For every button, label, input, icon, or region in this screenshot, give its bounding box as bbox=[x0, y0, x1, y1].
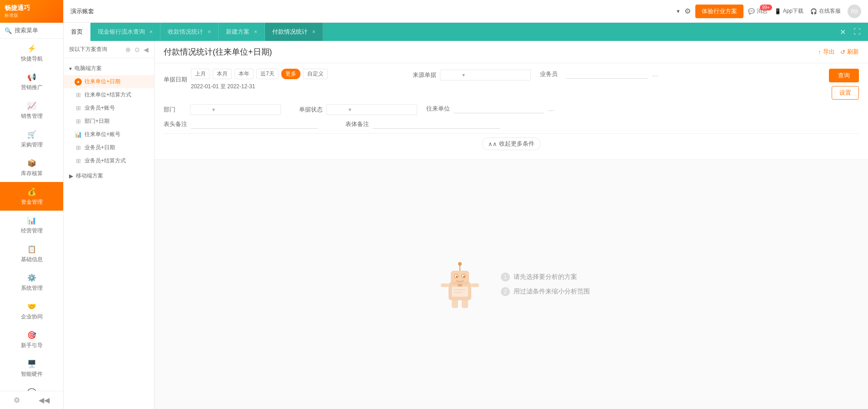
staff-more-icon[interactable]: … bbox=[652, 71, 658, 78]
settings-button[interactable]: 设置 bbox=[832, 86, 859, 100]
scheme-staff-date[interactable]: ⊞ 业务员+日期 bbox=[64, 141, 154, 154]
last-7days-button[interactable]: 近7天 bbox=[256, 69, 279, 79]
scheme-settings-button[interactable]: ⊙ bbox=[135, 46, 140, 53]
tab-receipt-stats[interactable]: 收款情况统计 × bbox=[160, 23, 219, 41]
sidebar-item-marketing[interactable]: 📢 营销推广 bbox=[0, 67, 63, 96]
basic-info-icon: 📋 bbox=[27, 244, 37, 254]
receipt-stats-tab-close[interactable]: × bbox=[208, 29, 211, 35]
close-all-tabs-button[interactable]: ✕ bbox=[837, 26, 848, 38]
sidebar-item-label: 基础信息 bbox=[21, 256, 43, 263]
sidebar-nav: ⚡ 快捷导航 📢 营销推广 📈 销售管理 🛒 采购管理 📦 库存核算 💰 资金管… bbox=[0, 39, 63, 391]
dept-arrow-icon: ▾ bbox=[212, 106, 215, 113]
date-filter-group: 上月 本月 本年 近7天 更多 自定义 2022-01-01 至 2022-12… bbox=[191, 69, 394, 91]
main-area: 演示账套 ▾ ⚙ 体验行业方案 💬 消息 99+ 📱 App下载 🎧 在线客服 … bbox=[64, 0, 868, 409]
app-name: 畅捷通巧 bbox=[5, 4, 30, 12]
collapse-conditions-button[interactable]: ∧∧ 收起更多条件 bbox=[482, 137, 540, 150]
add-scheme-button[interactable]: ⊕ bbox=[125, 46, 131, 53]
custom-date-button[interactable]: 自定义 bbox=[303, 69, 328, 79]
avatar-text: Rit bbox=[851, 8, 858, 15]
payment-stats-tab-close[interactable]: × bbox=[312, 29, 315, 35]
left-panel-title: 按以下方案查询 bbox=[69, 45, 107, 53]
messages-button[interactable]: 💬 消息 99+ bbox=[748, 7, 768, 15]
finance-icon: 💰 bbox=[27, 187, 37, 197]
related-unit-input[interactable] bbox=[454, 104, 544, 113]
sidebar-item-guide[interactable]: 🎯 新手引导 bbox=[0, 325, 63, 354]
doc-status-label: 单据状态 bbox=[299, 106, 323, 114]
last-month-button[interactable]: 上月 bbox=[191, 69, 210, 79]
new-scheme-tab-label: 新建方案 bbox=[226, 28, 249, 36]
sidebar-collapse-button[interactable]: ◀◀ bbox=[39, 396, 50, 404]
smart-hw-icon: 🖥️ bbox=[27, 359, 37, 369]
dept-select[interactable]: ▾ bbox=[190, 104, 281, 115]
app-download-button[interactable]: 📱 App下载 bbox=[774, 7, 803, 15]
sidebar-item-finance[interactable]: 💰 资金管理 bbox=[0, 182, 63, 211]
company-dropdown[interactable]: ▾ bbox=[677, 8, 680, 15]
page-header: 付款情况统计(往来单位+日期) ↑ 导出 ↺ 刷新 bbox=[155, 41, 868, 63]
refresh-button[interactable]: ↺ 刷新 bbox=[840, 48, 859, 56]
sidebar-item-label: 智能硬件 bbox=[21, 370, 43, 378]
new-scheme-tab-close[interactable]: × bbox=[254, 29, 257, 35]
related-unit-filter: 往来单位 … bbox=[426, 104, 554, 113]
scheme-dept-date[interactable]: ⊞ 部门+日期 bbox=[64, 115, 154, 128]
maximize-button[interactable]: ⛶ bbox=[851, 26, 863, 37]
sidebar-item-smart-hw[interactable]: 🖥️ 智能硬件 bbox=[0, 354, 63, 383]
messages-badge: 99+ bbox=[760, 5, 772, 10]
sidebar-item-sales[interactable]: 📈 销售管理 bbox=[0, 96, 63, 125]
sidebar-item-operations[interactable]: 📊 经营管理 bbox=[0, 211, 63, 239]
chevron-right-icon: ▶ bbox=[69, 173, 73, 179]
cash-flow-tab-close[interactable]: × bbox=[150, 29, 153, 35]
sidebar-item-label: 采购管理 bbox=[21, 141, 43, 149]
collapse-panel-button[interactable]: ◀ bbox=[144, 46, 149, 53]
scheme-unit-date[interactable]: ● 往来单位+日期 bbox=[64, 75, 154, 88]
svg-point-3 bbox=[458, 262, 462, 266]
sidebar-item-wechat[interactable]: 💬 企业微信 bbox=[0, 383, 63, 391]
tab-home[interactable]: 首页 bbox=[64, 23, 90, 41]
filter-row-3: 表头备注 表体备注 bbox=[164, 120, 859, 129]
scheme-unit-account[interactable]: 📊 往来单位+账号 bbox=[64, 128, 154, 141]
scheme-item-label: 往来单位+账号 bbox=[85, 131, 120, 138]
tab-payment-stats[interactable]: 付款情况统计 × bbox=[265, 23, 323, 41]
sidebar-item-enterprise[interactable]: 🤝 企业协同 bbox=[0, 297, 63, 325]
header-note-input[interactable] bbox=[191, 120, 318, 129]
sidebar-settings-button[interactable]: ⚙ bbox=[14, 396, 20, 404]
doc-status-select[interactable]: ▾ bbox=[326, 104, 417, 115]
scheme-staff-settlement[interactable]: ⊞ 业务员+结算方式 bbox=[64, 154, 154, 167]
export-button[interactable]: ↑ 导出 bbox=[818, 48, 835, 56]
app-download-label: App下载 bbox=[783, 7, 803, 15]
topbar-settings-icon[interactable]: ⚙ bbox=[684, 7, 691, 15]
this-month-button[interactable]: 本月 bbox=[213, 69, 232, 79]
tab-new-scheme[interactable]: 新建方案 × bbox=[219, 23, 265, 41]
this-year-button[interactable]: 本年 bbox=[234, 69, 254, 79]
right-panel: 付款情况统计(往来单位+日期) ↑ 导出 ↺ 刷新 单 bbox=[155, 41, 868, 409]
body-note-input[interactable] bbox=[373, 120, 500, 129]
more-date-button[interactable]: 更多 bbox=[281, 69, 300, 79]
mobile-group-title[interactable]: ▶ 移动端方案 bbox=[64, 169, 154, 182]
staff-input[interactable] bbox=[566, 70, 648, 79]
user-avatar[interactable]: Rit bbox=[848, 5, 861, 18]
chevron-up-icon: ∧∧ bbox=[488, 141, 497, 147]
home-tab-label: 首页 bbox=[71, 28, 83, 36]
search-menu-item[interactable]: 🔍 搜索菜单 bbox=[0, 23, 63, 39]
trial-button[interactable]: 体验行业方案 bbox=[695, 5, 743, 18]
sidebar-item-purchase[interactable]: 🛒 采购管理 bbox=[0, 125, 63, 153]
sidebar-item-basic-info[interactable]: 📋 基础信息 bbox=[0, 239, 63, 268]
sales-icon: 📈 bbox=[27, 101, 37, 111]
related-unit-more-icon[interactable]: … bbox=[548, 105, 554, 112]
tab-cash-flow[interactable]: 现金银行流水查询 × bbox=[90, 23, 160, 41]
scheme-unit-settlement[interactable]: ⊞ 往来单位+结算方式 bbox=[64, 88, 154, 101]
desktop-group-title[interactable]: ▾ 电脑端方案 bbox=[64, 62, 154, 75]
svg-rect-9 bbox=[452, 287, 468, 297]
sidebar-footer: ⚙ ◀◀ bbox=[0, 391, 63, 409]
sidebar-item-inventory[interactable]: 📦 库存核算 bbox=[0, 153, 63, 182]
sidebar-item-label: 销售管理 bbox=[21, 112, 43, 120]
scheme-staff-account[interactable]: ⊞ 业务员+账号 bbox=[64, 101, 154, 115]
tabs-bar: 首页 现金银行流水查询 × 收款情况统计 × 新建方案 × 付款情况统计 × ✕… bbox=[64, 23, 868, 41]
sidebar-item-system[interactable]: ⚙️ 系统管理 bbox=[0, 268, 63, 297]
source-doc-select[interactable]: ▾ bbox=[440, 70, 531, 81]
sidebar-item-quick-nav[interactable]: ⚡ 快捷导航 bbox=[0, 39, 63, 67]
empty-hint-1: 1 请先选择要分析的方案 bbox=[501, 273, 590, 282]
tabs-actions: ✕ ⛶ bbox=[837, 26, 868, 38]
topbar-right: 💬 消息 99+ 📱 App下载 🎧 在线客服 Rit bbox=[748, 5, 861, 18]
query-button[interactable]: 查询 bbox=[829, 69, 859, 82]
service-button[interactable]: 🎧 在线客服 bbox=[810, 7, 841, 15]
